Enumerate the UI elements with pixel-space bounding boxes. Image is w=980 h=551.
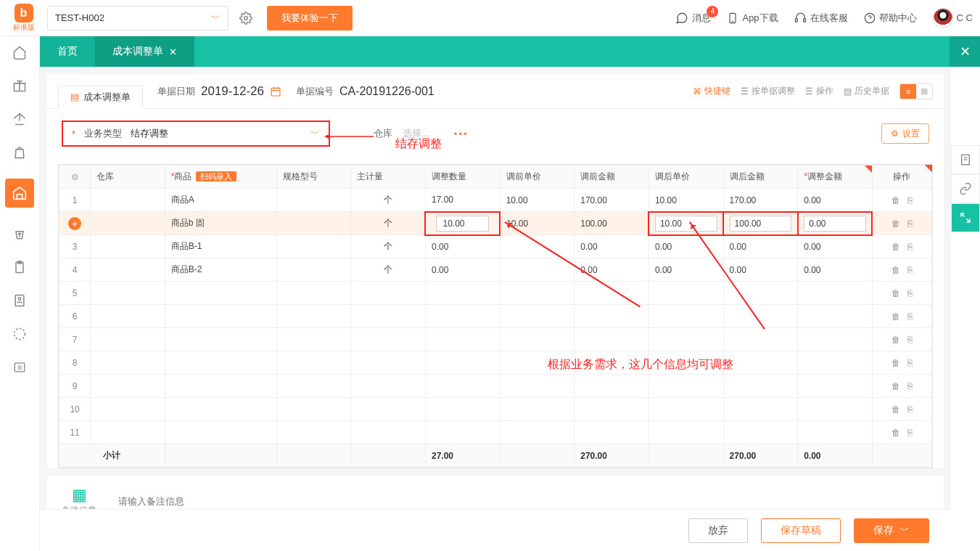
calendar-icon bbox=[270, 86, 281, 97]
delete-icon[interactable]: 🗑 bbox=[892, 428, 900, 438]
delete-icon[interactable]: 🗑 bbox=[892, 288, 900, 298]
svg-rect-3 bbox=[795, 19, 797, 22]
svg-point-13 bbox=[15, 329, 25, 340]
sidebar-clipboard-icon[interactable] bbox=[12, 260, 27, 274]
rt-expand-icon[interactable] bbox=[951, 203, 980, 232]
bottom-bar: 放弃 保存草稿 保存 ﹀ bbox=[40, 509, 951, 551]
table-row[interactable]: 11🗑⎘ bbox=[59, 421, 932, 444]
tab-current-label: 成本调整单 bbox=[112, 45, 163, 58]
sidebar-upload-icon[interactable] bbox=[12, 112, 27, 126]
logo-icon: b bbox=[15, 4, 33, 23]
table-row[interactable]: 5🗑⎘ bbox=[59, 282, 932, 305]
cta-button[interactable]: 我要体验一下 bbox=[267, 6, 353, 30]
sidebar-home-icon[interactable] bbox=[12, 45, 27, 60]
sidebar-user-doc-icon[interactable] bbox=[12, 293, 27, 308]
table-row[interactable]: 3商品B-1个0.000.000.000.000.00🗑⎘ bbox=[59, 235, 932, 258]
sidebar-new-icon[interactable]: 新 bbox=[12, 360, 27, 375]
delete-icon[interactable]: 🗑 bbox=[892, 219, 900, 229]
online-service-link[interactable]: 在线客服 bbox=[794, 12, 848, 25]
sidebar-bag-icon[interactable] bbox=[12, 145, 27, 160]
copy-icon[interactable]: ⎘ bbox=[907, 265, 913, 275]
more-icon[interactable]: ••• bbox=[454, 128, 469, 139]
delete-icon[interactable]: 🗑 bbox=[892, 335, 900, 345]
scan-button[interactable]: 扫码录入 bbox=[196, 171, 236, 181]
delete-icon[interactable]: 🗑 bbox=[892, 195, 900, 205]
col-price-after[interactable]: 调后单价 bbox=[648, 166, 723, 189]
copy-icon[interactable]: ⎘ bbox=[907, 195, 913, 205]
save-draft-button[interactable]: 保存草稿 bbox=[761, 518, 841, 543]
copy-icon[interactable]: ⎘ bbox=[907, 404, 913, 415]
rt-link-icon[interactable] bbox=[951, 174, 980, 203]
add-row-icon[interactable]: + bbox=[68, 217, 81, 230]
sidebar-gift-icon[interactable] bbox=[12, 78, 27, 93]
setting-button[interactable]: ⚙ 设置 bbox=[881, 123, 929, 144]
delete-icon[interactable]: 🗑 bbox=[892, 311, 900, 322]
copy-icon[interactable]: ⎘ bbox=[907, 311, 913, 322]
headset-icon bbox=[794, 12, 807, 24]
copy-icon[interactable]: ⎘ bbox=[907, 381, 913, 391]
col-price-before[interactable]: 调前单价 bbox=[500, 166, 575, 189]
data-grid: ⚙ 仓库 *商品扫码录入 规格型号 主计量 调整数量 调前单价 调前金额 调后单… bbox=[58, 164, 933, 468]
copy-icon[interactable]: ⎘ bbox=[907, 358, 913, 368]
sidebar-warehouse-icon[interactable] bbox=[5, 179, 34, 208]
copy-icon[interactable]: ⎘ bbox=[907, 242, 913, 252]
view-list-icon[interactable]: ≡ bbox=[900, 84, 916, 99]
doc-code: 单据编号 CA-20191226-001 bbox=[296, 85, 435, 98]
view-grid-icon[interactable]: ▦ bbox=[916, 84, 932, 99]
col-amt-before[interactable]: 调前金额 bbox=[575, 166, 649, 189]
col-spec[interactable]: 规格型号 bbox=[276, 166, 351, 189]
copy-icon[interactable]: ⎘ bbox=[907, 219, 913, 229]
table-row[interactable]: 6🗑⎘ bbox=[59, 305, 932, 328]
copy-icon[interactable]: ⎘ bbox=[907, 428, 913, 438]
col-adj-qty[interactable]: 调整数量 bbox=[425, 166, 500, 189]
gear-icon[interactable] bbox=[239, 12, 252, 25]
table-row[interactable]: 10🗑⎘ bbox=[59, 398, 932, 421]
tab-home[interactable]: 首页 bbox=[40, 36, 95, 67]
table-row[interactable]: 9🗑⎘ bbox=[59, 375, 932, 398]
discard-button[interactable]: 放弃 bbox=[688, 518, 748, 543]
table-row[interactable]: 4商品B-2个0.000.000.000.000.00🗑⎘ bbox=[59, 258, 932, 282]
delete-icon[interactable]: 🗑 bbox=[892, 404, 900, 415]
user-menu[interactable]: C C bbox=[933, 8, 973, 28]
delete-icon[interactable]: 🗑 bbox=[892, 358, 900, 368]
history-action[interactable]: ▤ 历史单据 bbox=[844, 85, 889, 97]
sidebar-money-icon[interactable] bbox=[12, 226, 27, 241]
tab-cost-adjust[interactable]: 成本调整单 ✕ bbox=[95, 36, 194, 67]
col-depot[interactable]: 仓库 bbox=[91, 166, 165, 189]
col-unit[interactable]: 主计量 bbox=[351, 166, 426, 189]
remark-input[interactable] bbox=[118, 496, 929, 507]
table-row[interactable]: +商品b 固个10.0010.00100.0010.00100.000.00🗑⎘ bbox=[59, 212, 932, 235]
rt-note-icon[interactable] bbox=[951, 145, 980, 174]
copy-icon[interactable]: ⎘ bbox=[907, 288, 913, 298]
delete-icon[interactable]: 🗑 bbox=[892, 381, 900, 391]
tab-close-icon[interactable]: ✕ bbox=[169, 46, 177, 57]
biz-type-select[interactable]: * 业务类型 结存调整 ﹀ bbox=[62, 121, 330, 147]
project-select[interactable]: TEST-H002 ﹀ bbox=[47, 6, 228, 30]
table-row[interactable]: 7🗑⎘ bbox=[59, 328, 932, 351]
by-doc-action[interactable]: ☰ 按单据调整 bbox=[741, 85, 795, 97]
ops-action[interactable]: ☰ 操作 bbox=[805, 85, 833, 97]
app-download-link[interactable]: App下载 bbox=[727, 12, 778, 25]
help-link[interactable]: 帮助中心 bbox=[864, 12, 917, 25]
col-gear[interactable]: ⚙ bbox=[59, 166, 91, 189]
table-row[interactable]: 8🗑⎘ bbox=[59, 351, 932, 375]
delete-icon[interactable]: 🗑 bbox=[892, 242, 900, 252]
sidebar-loading-icon[interactable] bbox=[12, 327, 27, 341]
view-toggle: ≡ ▦ bbox=[899, 83, 933, 99]
messages-link[interactable]: 消息 4 bbox=[675, 12, 711, 25]
col-adj-amt[interactable]: *调整金额 bbox=[798, 166, 873, 189]
copy-icon[interactable]: ⎘ bbox=[907, 335, 913, 345]
doc-date[interactable]: 单据日期 2019-12-26 bbox=[157, 84, 281, 99]
chevron-down-icon: ﹀ bbox=[211, 12, 221, 25]
logo[interactable]: b 标准版 bbox=[7, 4, 40, 33]
doc-tab[interactable]: ▤ 成本调整单 bbox=[58, 86, 143, 109]
table-row[interactable]: 1商品A个17.0010.00170.0010.00170.000.00🗑⎘ bbox=[59, 189, 932, 212]
col-product[interactable]: *商品扫码录入 bbox=[165, 166, 276, 189]
tabs-close-all[interactable]: ✕ bbox=[950, 36, 980, 67]
help-icon bbox=[864, 12, 876, 24]
shortcut-action[interactable]: ⌘ 快捷键 bbox=[693, 85, 730, 97]
delete-icon[interactable]: 🗑 bbox=[892, 265, 900, 275]
col-amt-after[interactable]: 调后金额 bbox=[723, 166, 798, 189]
save-button[interactable]: 保存 ﹀ bbox=[854, 518, 929, 543]
user-name: C C bbox=[957, 12, 973, 23]
